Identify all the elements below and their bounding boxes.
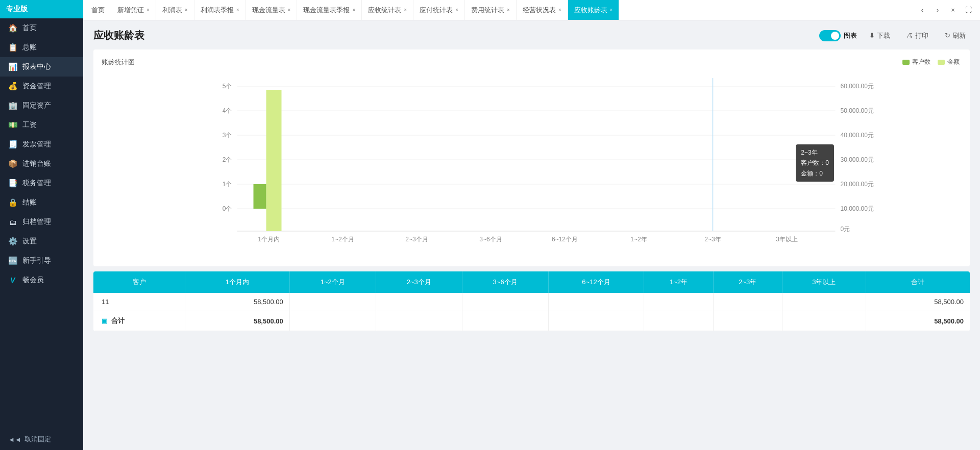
ledger-icon: 📋 — [8, 43, 17, 52]
sidebar-item-funds[interactable]: 💰 资金管理 — [0, 77, 83, 96]
sidebar-item-label: 报表中心 — [22, 62, 51, 71]
tab-payable-stat[interactable]: 应付统计表 × — [413, 0, 465, 20]
col-m612: 6~12个月 — [548, 271, 644, 293]
cell-m612 — [548, 293, 644, 311]
legend-customer: 客户数 — [902, 58, 930, 66]
svg-text:1~2年: 1~2年 — [630, 236, 647, 243]
tab-close-icon[interactable]: × — [146, 7, 150, 13]
tab-close-icon[interactable]: × — [610, 7, 613, 13]
chart-legend: 客户数 金额 — [902, 58, 960, 66]
col-customer: 客户 — [93, 271, 185, 293]
svg-text:3~6个月: 3~6个月 — [479, 236, 502, 243]
svg-text:5个: 5个 — [223, 83, 232, 90]
sidebar-item-label: 工资 — [22, 120, 37, 130]
download-btn[interactable]: ⬇ 下载 — [865, 29, 894, 42]
tax-icon: 📑 — [8, 179, 17, 188]
tab-home[interactable]: 首页 — [85, 0, 111, 20]
tab-scroll-right-btn[interactable]: › — [931, 4, 944, 17]
col-m12: 1~2个月 — [289, 271, 376, 293]
sidebar-item-salary[interactable]: 💵 工资 — [0, 115, 83, 135]
tab-expense-stat[interactable]: 费用统计表 × — [465, 0, 517, 20]
sidebar-item-invoices[interactable]: 🧾 发票管理 — [0, 135, 83, 154]
tab-close-all-btn[interactable]: × — [946, 4, 960, 17]
chart-toggle-wrap: 图表 — [819, 30, 857, 41]
sidebar-item-label: 畅会员 — [22, 276, 44, 285]
sidebar-item-label: 首页 — [22, 23, 37, 33]
sidebar-item-ledger[interactable]: 📋 总账 — [0, 38, 83, 57]
legend-customer-dot — [902, 60, 910, 65]
chart-container: 账龄统计图 客户数 金额 5个 4个 3个 2个 1个 — [93, 49, 970, 266]
col-y12: 1~2年 — [644, 271, 713, 293]
home-icon: 🏠 — [8, 23, 17, 33]
funds-icon: 💰 — [8, 82, 17, 91]
tab-close-icon[interactable]: × — [288, 7, 291, 13]
sidebar-item-inventory[interactable]: 📦 进销台账 — [0, 154, 83, 173]
chart-toggle[interactable] — [819, 30, 841, 41]
tab-close-icon[interactable]: × — [507, 7, 510, 13]
tab-cashflow[interactable]: 现金流量表 × — [246, 0, 298, 20]
sidebar-item-assets[interactable]: 🏢 固定资产 — [0, 96, 83, 115]
cell-y23 — [713, 293, 782, 311]
sidebar-item-label: 进销台账 — [22, 159, 51, 168]
tab-voucher[interactable]: 新增凭证 × — [111, 0, 156, 20]
tab-close-icon[interactable]: × — [404, 7, 407, 13]
cell-y3plus — [782, 293, 866, 311]
legend-amount-label: 金额 — [947, 58, 960, 66]
tab-close-icon[interactable]: × — [185, 7, 188, 13]
sidebar-item-label: 结账 — [22, 198, 37, 207]
tab-fullscreen-btn[interactable]: ⛶ — [962, 4, 975, 17]
tab-receivable-stat[interactable]: 应收统计表 × — [362, 0, 413, 20]
sidebar-item-archive[interactable]: 🗂 归档管理 — [0, 212, 83, 232]
tab-close-icon[interactable]: × — [558, 7, 561, 13]
sidebar-item-guide[interactable]: 🆕 新手引导 — [0, 251, 83, 270]
svg-text:0元: 0元 — [841, 226, 850, 233]
table-total-row: ▣ 合计 58,500.00 58,500.00 — [93, 311, 970, 331]
svg-text:10,000.00元: 10,000.00元 — [841, 205, 874, 212]
total-m1: 58,500.00 — [185, 311, 290, 331]
tab-aging[interactable]: 应收账龄表 × — [568, 0, 620, 20]
legend-customer-label: 客户数 — [912, 58, 930, 66]
tab-controls: ‹ › × ⛶ — [913, 4, 978, 17]
tab-close-icon[interactable]: × — [455, 7, 458, 13]
total-y12 — [644, 311, 713, 331]
reports-icon: 📊 — [8, 62, 17, 71]
bar-customer-0 — [254, 184, 266, 209]
svg-text:1个: 1个 — [223, 181, 232, 188]
refresh-btn[interactable]: ↻ 刷新 — [941, 29, 970, 42]
tab-profit-quarter[interactable]: 利润表季报 × — [194, 0, 246, 20]
total-icon: ▣ — [102, 317, 107, 324]
svg-text:3年以上: 3年以上 — [776, 236, 798, 243]
cell-total: 58,500.00 — [866, 293, 970, 311]
tab-bar: 首页 新增凭证 × 利润表 × 利润表季报 × 现金流量表 × 现金流量表季报 … — [83, 0, 980, 20]
svg-text:3个: 3个 — [223, 132, 232, 139]
col-total: 合计 — [866, 271, 970, 293]
print-icon: 🖨 — [906, 32, 913, 39]
svg-text:20,000.00元: 20,000.00元 — [841, 181, 874, 188]
tab-biz-status[interactable]: 经营状况表 × — [517, 0, 568, 20]
tab-cashflow-quarter[interactable]: 现金流量表季报 × — [297, 0, 362, 20]
collapse-sidebar-btn[interactable]: ◄◄ 取消固定 — [0, 429, 83, 450]
tab-scroll-left-btn[interactable]: ‹ — [916, 4, 929, 17]
tab-profit[interactable]: 利润表 × — [156, 0, 194, 20]
sidebar-item-home[interactable]: 🏠 首页 — [0, 18, 83, 38]
col-y23: 2~3年 — [713, 271, 782, 293]
sidebar-item-reports[interactable]: 📊 报表中心 — [0, 57, 83, 77]
assets-icon: 🏢 — [8, 101, 17, 110]
total-y3plus — [782, 311, 866, 331]
sidebar-item-tax[interactable]: 📑 税务管理 — [0, 173, 83, 193]
col-m1: 1个月内 — [185, 271, 290, 293]
tab-close-icon[interactable]: × — [236, 7, 239, 13]
svg-text:60,000.00元: 60,000.00元 — [841, 83, 874, 90]
svg-text:0个: 0个 — [223, 205, 232, 212]
sidebar-item-member[interactable]: V 畅会员 — [0, 270, 83, 290]
tab-close-icon[interactable]: × — [352, 7, 355, 13]
svg-text:2~3个月: 2~3个月 — [405, 236, 428, 243]
sidebar-item-settings[interactable]: ⚙️ 设置 — [0, 232, 83, 251]
print-btn[interactable]: 🖨 打印 — [902, 29, 933, 42]
cell-y12 — [644, 293, 713, 311]
sidebar-item-close[interactable]: 🔒 结账 — [0, 193, 83, 212]
svg-text:2~3年: 2~3年 — [704, 236, 721, 243]
chart-toggle-label: 图表 — [844, 31, 857, 40]
cell-customer: 11 — [93, 293, 185, 311]
sidebar-item-label: 固定资产 — [22, 101, 51, 110]
